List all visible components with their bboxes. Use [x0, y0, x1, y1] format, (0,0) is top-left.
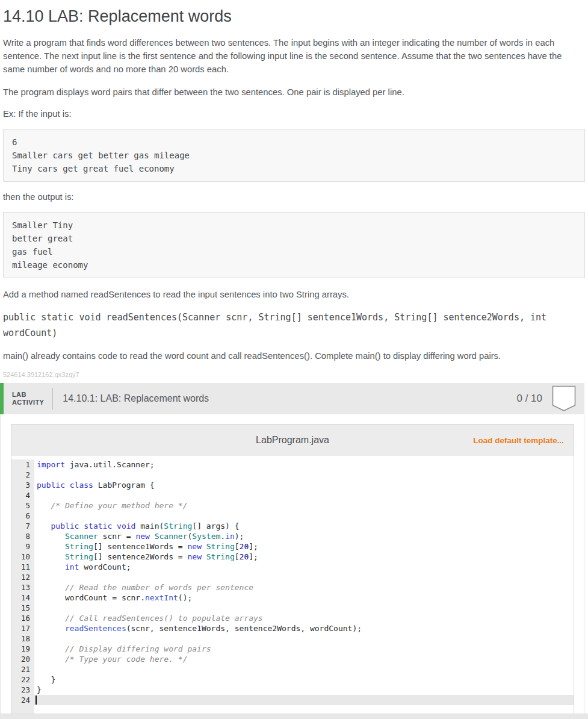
editor-header: LabProgram.java Load default template... — [11, 425, 574, 456]
line-content: String[] sentence1Words = new String[20]… — [34, 541, 574, 552]
completion-flag-icon — [552, 385, 576, 412]
line-number: 2 — [11, 470, 34, 480]
line-number: 8 — [11, 531, 34, 541]
code-line: 15 — [11, 603, 574, 613]
line-content: import java.util.Scanner; — [34, 459, 574, 470]
load-default-template-link[interactable]: Load default template... — [473, 436, 564, 445]
code-line: 4 — [11, 490, 574, 500]
line-content: int wordCount; — [34, 562, 574, 572]
line-content: // Display differing word pairs — [34, 644, 574, 654]
editor-filename: LabProgram.java — [256, 435, 329, 446]
problem-statement: 14.10 LAB: Replacement words Write a pro… — [0, 0, 588, 378]
line-content: /* Type your code here. */ — [34, 654, 574, 664]
line-number: 4 — [11, 490, 34, 500]
code-line: 16 // Call readSentences() to populate a… — [11, 613, 574, 623]
code-line: 23} — [11, 685, 574, 695]
line-number: 9 — [11, 541, 34, 552]
code-line: 12 — [11, 572, 574, 582]
code-line: 14 wordCount = scnr.nextInt(); — [11, 593, 574, 603]
intro-paragraph: Write a program that finds word differen… — [3, 36, 585, 76]
line-content: } — [34, 674, 574, 685]
method-signature: public static void readSentences(Scanner… — [3, 310, 585, 341]
code-line: 13 // Read the number of words per sente… — [11, 582, 574, 593]
line-content: // Call readSentences() to populate arra… — [34, 613, 574, 623]
editor-code-area[interactable]: 1import java.util.Scanner;23public class… — [11, 456, 574, 719]
line-number: 17 — [11, 623, 34, 633]
code-line: 9 String[] sentence1Words = new String[2… — [11, 541, 574, 552]
line-number: 14 — [11, 593, 34, 603]
activity-panel-body: LabProgram.java Load default template...… — [0, 414, 584, 719]
line-number: 20 — [11, 654, 34, 664]
line-number: 18 — [11, 633, 34, 644]
line-number: 15 — [11, 603, 34, 613]
method-note: Add a method named readSentences to read… — [3, 288, 585, 301]
lab-activity-header: LAB ACTIVITY 14.10.1: LAB: Replacement w… — [0, 383, 584, 414]
line-number: 13 — [11, 582, 34, 593]
code-line: 3public class LabProgram { — [11, 480, 574, 490]
text-cursor — [36, 696, 37, 705]
behavior-paragraph: The program displays word pairs that dif… — [3, 86, 585, 99]
line-number: 5 — [11, 500, 34, 511]
code-line: 8 Scanner scnr = new Scanner(System.in); — [11, 531, 574, 541]
code-line: 2 — [11, 470, 574, 480]
code-line: 10 String[] sentence2Words = new String[… — [11, 552, 574, 562]
line-number: 24 — [11, 695, 34, 705]
line-number: 6 — [11, 511, 34, 521]
code-line: 6 — [11, 511, 574, 521]
line-content: public class LabProgram { — [34, 480, 574, 490]
line-content: public static void main(String[] args) { — [34, 521, 574, 531]
code-line: 24 — [11, 695, 574, 705]
line-number: 21 — [11, 664, 34, 674]
line-content: Scanner scnr = new Scanner(System.in); — [34, 531, 574, 541]
line-content: /* Define your method here */ — [34, 500, 574, 511]
header-divider — [52, 388, 53, 409]
content-watermark: 524614.3912162.qx3zqy7 — [3, 371, 585, 378]
line-content — [34, 470, 574, 480]
lab-activity-badge: LAB ACTIVITY — [12, 391, 44, 406]
line-content: readSentences(scnr, sentence1Words, sent… — [34, 623, 574, 633]
lab-activity-panel: LAB ACTIVITY 14.10.1: LAB: Replacement w… — [0, 383, 584, 719]
line-content — [34, 572, 574, 582]
example-output-label: then the output is: — [3, 190, 585, 204]
code-line: 11 int wordCount; — [11, 562, 574, 572]
line-number: 3 — [11, 480, 34, 490]
line-content — [34, 511, 574, 521]
line-content — [34, 695, 574, 705]
next-section-edge — [0, 714, 588, 719]
example-input-label: Ex: If the input is: — [3, 107, 585, 120]
code-line: 19 // Display differing word pairs — [11, 644, 574, 654]
line-content: } — [34, 685, 574, 695]
line-content: String[] sentence2Words = new String[20]… — [34, 552, 574, 562]
line-number: 10 — [11, 552, 34, 562]
code-line: 22 } — [11, 674, 574, 685]
line-number: 12 — [11, 572, 34, 582]
line-number: 19 — [11, 644, 34, 654]
line-content: wordCount = scnr.nextInt(); — [34, 593, 574, 603]
line-content — [34, 603, 574, 613]
line-content — [34, 664, 574, 674]
code-line: 5 /* Define your method here */ — [11, 500, 574, 511]
example-output-block: Smaller Tiny better great gas fuel milea… — [3, 212, 585, 278]
code-line: 21 — [11, 664, 574, 674]
example-input-block: 6 Smaller cars get better gas mileage Ti… — [3, 129, 585, 182]
line-content: // Read the number of words per sentence — [34, 582, 574, 593]
code-line: 20 /* Type your code here. */ — [11, 654, 574, 664]
line-number: 7 — [11, 521, 34, 531]
line-number: 11 — [11, 562, 34, 572]
main-note: main() already contains code to read the… — [3, 349, 585, 363]
activity-title: 14.10.1: LAB: Replacement words — [63, 393, 516, 404]
code-line: 7 public static void main(String[] args)… — [11, 521, 574, 531]
code-editor-card: LabProgram.java Load default template...… — [11, 424, 574, 719]
code-line: 17 readSentences(scnr, sentence1Words, s… — [11, 623, 574, 633]
line-number: 1 — [11, 459, 34, 470]
line-number: 16 — [11, 613, 34, 623]
code-line: 1import java.util.Scanner; — [11, 459, 574, 470]
line-content — [34, 633, 574, 644]
line-number: 23 — [11, 685, 34, 695]
score-text: 0 / 10 — [516, 393, 542, 405]
line-number: 22 — [11, 674, 34, 685]
code-line: 18 — [11, 633, 574, 644]
line-content — [34, 490, 574, 500]
page-title: 14.10 LAB: Replacement words — [3, 6, 585, 26]
